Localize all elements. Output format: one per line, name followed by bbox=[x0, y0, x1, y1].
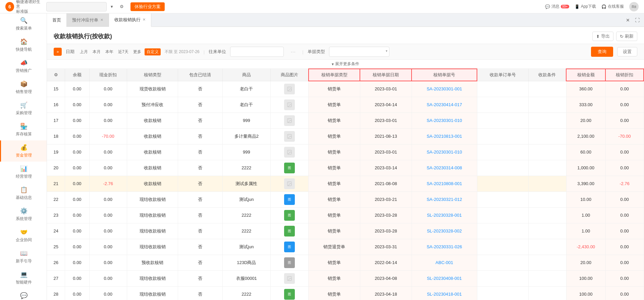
goods-image-cell bbox=[271, 270, 309, 286]
date-7-days[interactable]: 近7天 bbox=[117, 48, 130, 55]
bill-no-link[interactable]: SA-20210813-001 bbox=[427, 134, 462, 139]
purchase-icon: 🛒 bbox=[20, 101, 28, 109]
date-last-month[interactable]: 上月 bbox=[78, 48, 89, 55]
source-unit-input[interactable] bbox=[230, 47, 284, 57]
home-icon: 🏠 bbox=[20, 38, 28, 45]
verify-bill-no-cell: SA-20230331-026 bbox=[412, 239, 477, 255]
row-id: 17 bbox=[47, 113, 65, 128]
verify-bill-type-cell: 销货单 bbox=[309, 191, 360, 207]
expand-more-button[interactable]: ▾ 展开更多条件 bbox=[332, 61, 359, 67]
verify-discount-cell: -2.76 bbox=[605, 176, 644, 191]
gear-icon[interactable]: ⚙ bbox=[117, 2, 126, 11]
verify-discount-cell: 0.00 bbox=[605, 191, 644, 207]
sidebar-item-marketing[interactable]: 📣 营销推广 bbox=[0, 56, 47, 77]
sidebar-item-search[interactable]: 🔍 搜索菜单 bbox=[0, 13, 47, 35]
row-id: 15 bbox=[47, 81, 65, 97]
date-more[interactable]: 更多 bbox=[132, 48, 143, 55]
row-id: 22 bbox=[47, 191, 65, 207]
bill-no-link[interactable]: SA-20230321-012 bbox=[427, 197, 462, 202]
refresh-button[interactable]: ↻ 刷新 bbox=[616, 32, 637, 41]
date-custom-button[interactable]: 自定义 bbox=[145, 48, 161, 55]
sidebar-item-wechat[interactable]: 💬 企业微信 bbox=[0, 289, 47, 300]
sidebar-item-sales[interactable]: 📦 销售管理 bbox=[0, 77, 47, 98]
app-download-button[interactable]: 📱 App下载 bbox=[575, 4, 596, 9]
bill-no-link[interactable]: ABC-001 bbox=[435, 260, 453, 265]
search-input[interactable] bbox=[46, 2, 107, 11]
table-container[interactable]: ⚙ 余额 现金折扣 核销类型 包含已结清 商品 商品图片 核销单据类型 核销单据… bbox=[47, 69, 644, 300]
verify-bill-type-cell: 销货单 bbox=[309, 97, 360, 113]
hardware-icon: 💻 bbox=[20, 271, 28, 278]
tab-prepay-close[interactable]: ✕ bbox=[100, 18, 103, 22]
goods-image-cell: 图 bbox=[271, 207, 309, 223]
bill-no-link[interactable]: SL-20230418-001 bbox=[427, 292, 462, 297]
date-label: 日期 bbox=[66, 49, 74, 55]
message-button[interactable]: 💬 消息 99+ bbox=[545, 4, 569, 9]
settings-button[interactable]: 设置 bbox=[617, 47, 637, 56]
top-bar: 6 畅捷通谱好生意 标准版 ▾ ⚙ 休验行业方案 💬 消息 99+ 📱 App下… bbox=[0, 0, 644, 13]
tab-verify[interactable]: 收款核销执行 ✕ bbox=[109, 13, 151, 27]
row-id: 18 bbox=[47, 128, 65, 144]
bill-no-link[interactable]: SA-20230331-026 bbox=[427, 244, 462, 249]
chevron-down-icon[interactable]: ▾ bbox=[111, 4, 113, 9]
bill-no-link[interactable]: SL-20230328-001 bbox=[427, 213, 462, 218]
verify-amount-cell: 1,000.00 bbox=[566, 160, 605, 176]
verify-bill-type-cell: 销货单 bbox=[309, 81, 360, 97]
verify-discount-cell: 0.00 bbox=[605, 286, 644, 300]
bill-no-link[interactable]: SL-20230328-002 bbox=[427, 228, 462, 233]
date-this-month[interactable]: 本月 bbox=[91, 48, 102, 55]
sidebar-item-collab[interactable]: 🤝 企业协同 bbox=[0, 225, 47, 246]
filter-expand-button[interactable]: » bbox=[54, 48, 62, 56]
verify-discount-cell: 0.00 bbox=[605, 81, 644, 97]
cash-discount-cell: -70.00 bbox=[89, 128, 127, 144]
row-id: 16 bbox=[47, 97, 65, 113]
date-this-year[interactable]: 本年 bbox=[104, 48, 115, 55]
bill-no-link[interactable]: SA-20230301-010 bbox=[427, 118, 462, 123]
tab-prepay[interactable]: 预付冲应付单 ✕ bbox=[67, 13, 109, 27]
row-id: 20 bbox=[47, 160, 65, 176]
bill-no-link[interactable]: SA-20230414-017 bbox=[427, 102, 462, 107]
verify-bill-no-cell: SA-20230414-017 bbox=[412, 97, 477, 113]
col-settings[interactable]: ⚙ bbox=[47, 69, 65, 81]
verify-amount-cell: 60.00 bbox=[566, 144, 605, 160]
table-row: 150.000.00现货收款核销否老白干销货单2023-03-01SA-2023… bbox=[47, 81, 644, 97]
include-settled-cell: 否 bbox=[178, 144, 222, 160]
sidebar-item-finance[interactable]: 💰 资金管理 bbox=[0, 140, 47, 162]
sidebar-item-guide[interactable]: 📖 新手引导 bbox=[0, 246, 47, 267]
cash-discount-cell: 0.00 bbox=[89, 255, 127, 270]
sidebar-item-inventory[interactable]: 🏪 库存核算 bbox=[0, 119, 47, 140]
tab-verify-close[interactable]: ✕ bbox=[143, 17, 146, 22]
sidebar-item-basics[interactable]: 📋 基础信息 bbox=[0, 183, 47, 204]
refresh-icon: ↻ bbox=[620, 34, 624, 39]
receipt-condition-cell bbox=[528, 97, 566, 113]
bill-no-link[interactable]: SA-20230301-010 bbox=[427, 149, 462, 155]
user-avatar[interactable]: Rit bbox=[629, 2, 639, 11]
tab-close-btn[interactable]: ✕ bbox=[624, 16, 632, 24]
bill-no-link[interactable]: SA-20230314-008 bbox=[427, 165, 462, 170]
verify-amount-cell: 20.00 bbox=[566, 113, 605, 128]
sidebar-item-system[interactable]: ⚙️ 系统管理 bbox=[0, 204, 47, 225]
industry-button[interactable]: 休验行业方案 bbox=[130, 2, 165, 11]
sidebar-item-purchase[interactable]: 🛒 采购管理 bbox=[0, 98, 47, 119]
bill-no-link[interactable]: SL-20230408-001 bbox=[427, 276, 462, 281]
online-service-button[interactable]: 🎧 在线客服 bbox=[601, 4, 624, 9]
bill-type-select[interactable] bbox=[329, 47, 389, 57]
verify-discount-cell: 0.00 bbox=[605, 223, 644, 239]
verify-bill-date-cell: 2023-03-28 bbox=[360, 223, 412, 239]
query-button[interactable]: 查询 bbox=[591, 47, 613, 57]
tab-home[interactable]: 首页 bbox=[47, 13, 67, 27]
message-icon: 💬 bbox=[545, 4, 550, 9]
col-receipt-order-no: 收款单订单号 bbox=[477, 69, 528, 81]
verify-bill-date-cell: 2023-03-01 bbox=[360, 144, 412, 160]
balance-cell: 0.00 bbox=[65, 113, 89, 128]
tab-maximize-btn[interactable]: ⛶ bbox=[633, 16, 641, 24]
sidebar-item-operations[interactable]: 📊 经营管理 bbox=[0, 162, 47, 183]
sidebar-item-hardware[interactable]: 💻 智能硬件 bbox=[0, 267, 47, 289]
bill-no-link[interactable]: SA-20210808-001 bbox=[427, 181, 462, 186]
goods-cell: 多计量商品2 bbox=[222, 128, 270, 144]
verify-bill-date-cell: 2023-03-28 bbox=[360, 207, 412, 223]
verify-type-cell: 收款核销 bbox=[127, 160, 178, 176]
row-id: 24 bbox=[47, 223, 65, 239]
sidebar-item-quicknav[interactable]: 🏠 快捷导航 bbox=[0, 35, 47, 56]
bill-no-link[interactable]: SA-20230301-001 bbox=[427, 86, 462, 91]
export-button[interactable]: ⬆ 导出 bbox=[592, 32, 613, 41]
